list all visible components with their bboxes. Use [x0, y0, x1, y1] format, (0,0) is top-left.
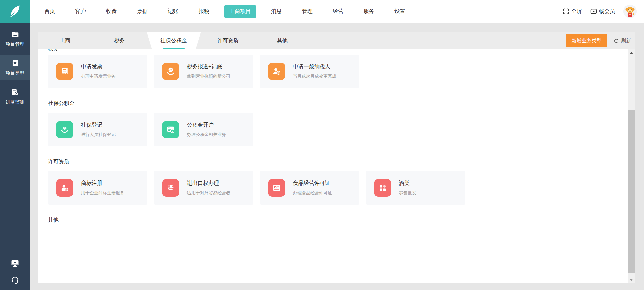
client-download-icon[interactable] [10, 259, 20, 268]
nav-item-label: 记账 [168, 8, 178, 14]
service-card[interactable]: 般 申请一般纳税人 当月或次月成变更完成 [260, 55, 359, 88]
card-title: 税务报道+记账 [187, 63, 230, 70]
tax-register-icon: 税 [162, 63, 179, 80]
card-desc: 拿到营业执照的新公司 [187, 73, 230, 79]
tab-label: 其他 [277, 37, 288, 44]
trademark-icon: ® [56, 179, 73, 197]
progress-monitor-icon [11, 88, 19, 97]
sidebar-item[interactable]: 进度监测 [0, 84, 30, 110]
service-card[interactable]: 申请发票 办理申请发票业务 [48, 55, 147, 88]
nav-right-cluster: 全屏 畅会员 [562, 5, 637, 18]
card-title: 公积金开户 [187, 122, 226, 129]
fullscreen-label: 全屏 [571, 8, 582, 15]
sidebar-item[interactable]: 项目类型 [0, 55, 30, 80]
card-desc: 零售批发 [399, 190, 416, 196]
nav-item[interactable]: 消息 [266, 5, 287, 18]
social-security-icon [56, 121, 73, 138]
content-panel: 工商税务社保公积金许可资质其他 新增业务类型 刷新 税务 申请发票 办理申请发票… [38, 32, 635, 283]
nav-item[interactable]: 经营 [327, 5, 349, 18]
nav-item[interactable]: 客户 [70, 5, 91, 18]
svg-text:税: 税 [169, 69, 172, 72]
feather-logo-icon [7, 4, 23, 19]
card-desc: 办理食品经营许可证 [293, 190, 332, 196]
nav-item-label: 服务 [364, 8, 374, 14]
nav-item-label: 设置 [394, 8, 405, 14]
card-grid: 社保登记 进行人员社保登记 ¥ 公积金开户 办理公积金相关业务 [48, 113, 635, 146]
section-title: 税务 [48, 49, 635, 51]
section-title: 许可资质 [48, 158, 635, 165]
scroll-thumb[interactable] [628, 110, 635, 273]
nav-item[interactable]: 收费 [101, 5, 122, 18]
svg-text:®: ® [65, 188, 68, 191]
tab[interactable]: 其他 [255, 32, 310, 49]
nav-item[interactable]: 首页 [39, 5, 60, 18]
nav-item-label: 工商项目 [229, 8, 251, 14]
refresh-label: 刷新 [621, 38, 631, 44]
nav-item-label: 经营 [333, 8, 343, 14]
fullscreen-icon [562, 8, 570, 15]
refresh-button[interactable]: 刷新 [613, 38, 631, 44]
content-area: 税务 申请发票 办理申请发票业务 税 税务报道+记账 拿到营业执照的新公司 般 … [38, 49, 635, 283]
sidebar: 项目管理 项目类型 进度监测 [0, 23, 30, 290]
service-card[interactable]: 税 税务报道+记账 拿到营业执照的新公司 [154, 55, 253, 88]
card-title: 申请发票 [81, 63, 116, 70]
card-title: 商标注册 [81, 180, 124, 187]
service-card[interactable]: 进出口权办理 适用于对外贸易经营者 [154, 171, 253, 205]
add-business-type-button[interactable]: 新增业务类型 [566, 34, 607, 47]
tab-label: 许可资质 [217, 37, 239, 44]
service-card[interactable]: ¥ 公积金开户 办理公积金相关业务 [154, 113, 253, 146]
nav-item[interactable]: 票据 [131, 5, 153, 18]
card-title: 酒类 [399, 180, 416, 187]
card-desc: 当月或次月成变更完成 [293, 73, 336, 79]
customer-service-icon[interactable] [10, 275, 20, 285]
card-grid: 申请发票 办理申请发票业务 税 税务报道+记账 拿到营业执照的新公司 般 申请一… [48, 55, 635, 88]
sidebar-item[interactable]: 项目管理 [0, 25, 30, 51]
project-manage-icon [11, 30, 19, 39]
nav-item-label: 收费 [106, 8, 117, 14]
member-button[interactable]: 畅会员 [590, 8, 615, 15]
app-logo[interactable] [0, 0, 30, 23]
section-title: 其他 [48, 217, 635, 224]
nav-item-label: 消息 [271, 8, 282, 14]
tab[interactable]: 工商 [38, 32, 92, 49]
tab-label: 社保公积金 [160, 37, 187, 44]
nav-item[interactable]: 设置 [389, 5, 411, 18]
service-card[interactable]: 社保登记 进行人员社保登记 [48, 113, 147, 146]
nav-item[interactable]: 管理 [297, 5, 318, 18]
member-label: 畅会员 [599, 8, 615, 15]
housing-fund-icon: ¥ [162, 121, 179, 138]
nav-item-label: 管理 [302, 8, 313, 14]
card-desc: 办理公积金相关业务 [187, 132, 226, 138]
tabs: 工商税务社保公积金许可资质其他 [38, 32, 310, 49]
tab[interactable]: 社保公积金 [147, 32, 201, 49]
card-desc: 用于企业商标注册服务 [81, 190, 124, 196]
liquor-icon [374, 179, 391, 197]
vertical-scrollbar[interactable] [628, 49, 635, 283]
card-desc: 适用于对外贸易经营者 [187, 190, 230, 196]
refresh-icon [613, 38, 619, 44]
tab-bar: 工商税务社保公积金许可资质其他 新增业务类型 刷新 [38, 32, 635, 49]
nav-item-label: 票据 [137, 8, 148, 14]
nav-item[interactable]: 记账 [162, 5, 184, 18]
top-nav: 首页客户收费票据记账报税工商项目消息管理经营服务设置 全屏 畅会员 [0, 0, 644, 23]
tab[interactable]: 许可资质 [201, 32, 255, 49]
sidebar-item-label: 进度监测 [6, 99, 24, 105]
card-title: 进出口权办理 [187, 180, 230, 187]
tab-actions: 新增业务类型 刷新 [566, 32, 631, 49]
nav-item-label: 首页 [44, 8, 55, 14]
nav-item[interactable]: 服务 [358, 5, 380, 18]
service-card[interactable]: 酒类 零售批发 [366, 171, 465, 205]
fullscreen-button[interactable]: 全屏 [562, 8, 582, 15]
tab[interactable]: 税务 [92, 32, 147, 49]
scroll-down-arrow[interactable] [628, 276, 635, 283]
import-export-icon [162, 179, 179, 197]
scroll-up-arrow[interactable] [628, 49, 635, 56]
card-title: 社保登记 [81, 122, 116, 129]
nav-item[interactable]: 工商项目 [224, 5, 256, 18]
section-title: 社保公积金 [48, 100, 635, 107]
section: 社保公积金 社保登记 进行人员社保登记 ¥ 公积金开户 办理公积金相关业务 [48, 100, 635, 146]
service-card[interactable]: ® 商标注册 用于企业商标注册服务 [48, 171, 147, 205]
avatar[interactable] [623, 5, 637, 18]
service-card[interactable]: 食品经营许可证 办理食品经营许可证 [260, 171, 359, 205]
nav-item[interactable]: 报税 [193, 5, 215, 18]
